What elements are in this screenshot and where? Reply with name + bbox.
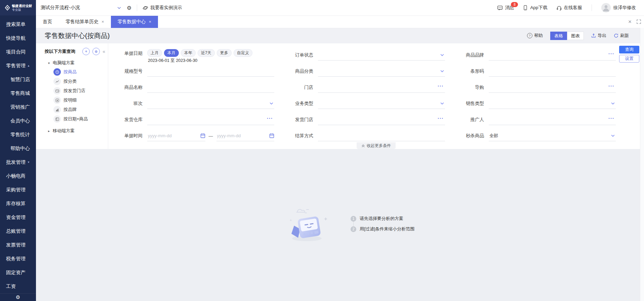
close-icon[interactable]: × (102, 19, 104, 24)
calendar-icon[interactable] (200, 133, 205, 138)
sidebar-gear-icon[interactable]: ⚙ (0, 293, 36, 301)
fullscreen-icon[interactable] (636, 19, 641, 24)
filter-label: 规格型号 (115, 68, 143, 74)
product-name-input[interactable] (147, 82, 274, 93)
demo-link[interactable]: 我要看实例演示 (143, 5, 182, 11)
export-label: 导出 (598, 33, 606, 39)
seckill-select[interactable]: 全部 (489, 131, 616, 141)
barcode-input[interactable] (489, 66, 616, 77)
sidebar-item-project-contract[interactable]: 项目合同 (0, 45, 36, 59)
tab-home[interactable]: 首页 (36, 15, 59, 28)
collapse-panel-icon[interactable]: « (103, 49, 105, 54)
tree-group-mobile[interactable]: ▸ 移动端方案 (36, 126, 108, 135)
ship-store-picker[interactable]: ··· (318, 115, 445, 125)
tree-group-pc[interactable]: ▾ 电脑端方案 (36, 59, 108, 67)
sidebar-item-fixed-assets[interactable]: 固定资产 (0, 266, 36, 279)
collapse-more-conditions-button[interactable]: 收起更多条件 (357, 142, 396, 149)
pill-custom[interactable]: 自定义 (234, 49, 252, 57)
pill-this-month[interactable]: 本月 (164, 49, 179, 57)
sidebar-item-retail-stats[interactable]: 零售统计 (0, 128, 36, 142)
tree-item-by-category[interactable]: 按分类 (36, 77, 108, 86)
filter-guide: 导购 ··· (456, 82, 616, 93)
business-type-select[interactable] (318, 99, 445, 109)
tab-retail-data-center[interactable]: 零售数据中心 × (111, 15, 158, 28)
demo-link-label: 我要看实例演示 (150, 5, 182, 11)
tree-item-by-product[interactable]: 按商品 (36, 67, 108, 77)
pill-last-month[interactable]: 上月 (147, 49, 162, 57)
app-logo[interactable]: 畅捷通好业财 专业版 (0, 0, 36, 15)
product-category-select[interactable] (318, 66, 445, 77)
tab-retail-settlement-history[interactable]: 零售结算单历史 × (59, 15, 111, 28)
sidebar-item-label: 搜索菜单 (6, 21, 26, 28)
pill-more[interactable]: 更多 (217, 49, 232, 57)
workspace-select[interactable]: 测试分开流程-小况 (41, 5, 121, 11)
gear-icon[interactable]: ⚙ (127, 5, 131, 11)
sidebar-item-inventory-accounting[interactable]: 库存核算 (0, 197, 36, 211)
online-service-button[interactable]: 在线客服 (556, 5, 582, 11)
help-button[interactable]: ? 帮助 (527, 33, 543, 39)
settings-button[interactable]: 设置 (619, 55, 639, 63)
scrollbar-track[interactable] (640, 28, 644, 301)
user-menu[interactable]: 徐泽华修改 (601, 3, 636, 12)
shift-select[interactable] (147, 99, 274, 109)
sidebar-item-label: 快捷导航 (6, 35, 26, 41)
filter-doc-date: 单据日期 上月 本月 本年 近7天 更多 自定义 2023-06-01 至 20… (115, 47, 274, 64)
sidebar-item-member-center[interactable]: 会员中心 (0, 114, 36, 128)
tree-item-by-brand[interactable]: 按品牌 (36, 105, 108, 114)
close-icon[interactable]: × (149, 19, 152, 24)
query-button[interactable]: 查询 (619, 46, 639, 53)
sidebar-item-label: 帮助中心 (10, 145, 30, 152)
close-icon[interactable]: × (628, 18, 632, 25)
sidebar-item-funds-mgmt[interactable]: 资金管理 (0, 211, 36, 224)
tree-item-by-detail[interactable]: 按明细 (36, 96, 108, 105)
doc-time-end-input[interactable] (216, 133, 253, 139)
spec-model-input[interactable] (147, 66, 274, 77)
sidebar-item-invoice-mgmt[interactable]: 发票管理 (0, 238, 36, 252)
filter-label: 条形码 (456, 68, 484, 74)
sidebar-item-retail-mall[interactable]: 零售商城 (0, 86, 36, 100)
empty-step-2: 2 用[过滤]条件来缩小分析范围 (351, 226, 414, 232)
add-plan-button[interactable]: + (82, 48, 90, 55)
chart-view-button[interactable]: 图表 (567, 32, 584, 40)
pill-this-year[interactable]: 本年 (181, 49, 196, 57)
sidebar-item-smart-store[interactable]: 智慧门店 (0, 73, 36, 86)
filter-business-type: 业务类型 (286, 99, 445, 109)
sidebar-item-help-center[interactable]: 帮助中心 (0, 142, 36, 155)
sidebar-item-purchase-mgmt[interactable]: 采购管理 (0, 183, 36, 197)
tree-item-by-date-product[interactable]: 按日期+商品 (36, 114, 108, 124)
collapse-label: 收起更多条件 (367, 143, 391, 149)
sidebar-item-retail-mgmt[interactable]: 零售管理▲ (0, 59, 36, 73)
filter-product-brand: 商品品牌 ··· (456, 50, 616, 61)
sidebar-item-tax-mgmt[interactable]: 税务管理 (0, 252, 36, 266)
sidebar-item-wholesale-mgmt[interactable]: 批发管理▼ (0, 155, 36, 169)
sidebar-item-search-menu[interactable]: 搜索菜单 (0, 17, 36, 31)
sidebar-item-general-ledger[interactable]: 总账管理 (0, 224, 36, 238)
sidebar-item-quick-nav[interactable]: 快捷导航 (0, 31, 36, 45)
tree-item-by-ship-store[interactable]: 按发货门店 (36, 86, 108, 96)
app-download-button[interactable]: App下载 (523, 5, 547, 11)
sidebar-item-label: 零售统计 (10, 131, 30, 138)
export-button[interactable]: 导出 (591, 33, 606, 39)
sales-type-select[interactable] (489, 99, 616, 109)
sidebar-item-marketing[interactable]: 营销推广 (0, 100, 36, 114)
store-picker[interactable]: ··· (318, 82, 445, 93)
table-view-button[interactable]: 表格 (550, 32, 567, 40)
filter-label: 商品品牌 (456, 52, 484, 58)
content-area: 1 请先选择要分析的方案 2 用[过滤]条件来缩小分析范围 (36, 149, 644, 301)
phone-icon (523, 5, 528, 10)
pill-last-7-days[interactable]: 近7天 (198, 49, 215, 57)
doc-time-start-input[interactable] (147, 133, 184, 139)
refresh-button[interactable]: 刷新 (614, 33, 629, 39)
product-brand-picker[interactable]: ··· (489, 50, 616, 61)
calendar-icon[interactable] (269, 133, 274, 138)
order-status-select[interactable] (318, 50, 445, 61)
plan-settings-button[interactable]: ⚙ (92, 48, 100, 55)
sidebar-item-xiaochang-ecom[interactable]: 小畅电商 (0, 169, 36, 183)
sidebar-item-payroll[interactable]: 工资 (0, 279, 36, 293)
ship-warehouse-picker[interactable]: ··· (147, 115, 274, 125)
main-sidebar: 搜索菜单 快捷导航 项目合同 零售管理▲ 智慧门店 零售商城 营销推广 会员中心… (0, 15, 36, 301)
settle-method-input[interactable] (318, 131, 445, 141)
messages-button[interactable]: 消息 8 (497, 5, 514, 11)
guide-picker[interactable]: ··· (489, 82, 616, 93)
promoter-picker[interactable]: ··· (489, 115, 616, 125)
